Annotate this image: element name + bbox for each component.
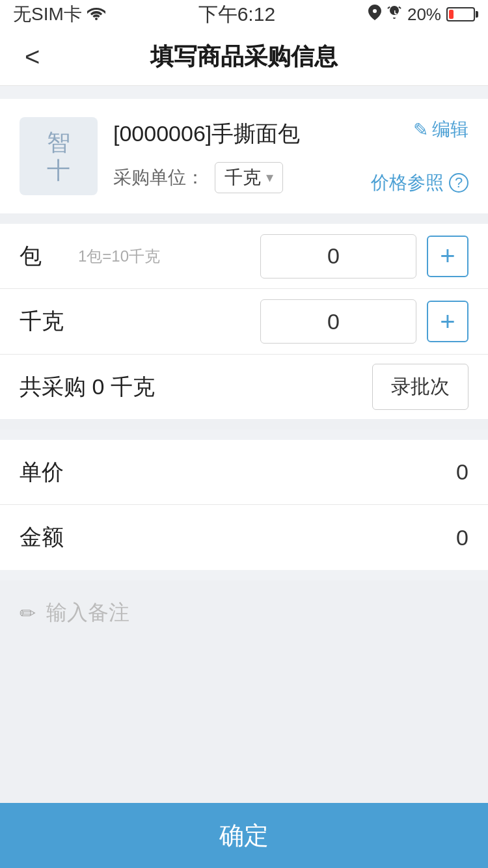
- wifi-icon: [87, 4, 105, 25]
- section-divider-1: [0, 213, 488, 224]
- location-icon: [368, 5, 381, 25]
- unit-value: 千克: [224, 165, 261, 190]
- kg-label: 千克: [20, 306, 72, 336]
- back-button[interactable]: <: [18, 36, 46, 78]
- battery-text: 20%: [407, 5, 441, 25]
- unit-price-label: 单价: [20, 457, 456, 487]
- status-bar-time: 下午6:12: [198, 1, 275, 28]
- amount-label: 金额: [20, 522, 456, 552]
- page-title: 填写商品采购信息: [150, 41, 338, 73]
- pencil-icon: ✏: [20, 602, 36, 625]
- product-image: 智 十: [20, 117, 98, 195]
- bag-input-wrapper: +: [160, 234, 468, 278]
- bag-label: 包: [20, 241, 72, 271]
- kg-input-wrapper: +: [72, 299, 468, 344]
- kg-input[interactable]: [260, 299, 416, 344]
- bag-hint: 1包=10千克: [78, 246, 160, 267]
- input-section: 包 1包=10千克 + 千克 +: [0, 224, 488, 354]
- unit-price-value: 0: [456, 459, 468, 485]
- battery-icon: [446, 7, 475, 21]
- confirm-button[interactable]: 确定: [0, 803, 488, 868]
- note-placeholder: 输入备注: [46, 599, 129, 627]
- status-bar: 无SIM卡 下午6:12 20%: [0, 0, 488, 29]
- unit-label: 采购单位：: [113, 165, 204, 190]
- batch-button[interactable]: 录批次: [372, 364, 468, 410]
- bag-input-row: 包 1包=10千克 +: [0, 224, 488, 289]
- status-bar-left: 无SIM卡: [13, 2, 105, 27]
- unit-select[interactable]: 千克 ▾: [215, 162, 283, 193]
- total-label: 共采购: [20, 374, 86, 399]
- total-section: 共采购 0 千克 录批次: [0, 354, 488, 419]
- carrier-text: 无SIM卡: [13, 2, 82, 27]
- nav-bar: < 填写商品采购信息: [0, 29, 488, 86]
- note-section[interactable]: ✏ 输入备注: [0, 580, 488, 645]
- price-info-section: 单价 0 金额 0: [0, 440, 488, 570]
- bag-input[interactable]: [260, 234, 416, 278]
- amount-value: 0: [456, 525, 468, 550]
- edit-button[interactable]: ✎ 编辑: [413, 117, 468, 142]
- bag-plus-button[interactable]: +: [427, 236, 468, 277]
- kg-input-row: 千克 +: [0, 289, 488, 354]
- edit-label: 编辑: [432, 117, 468, 142]
- edit-icon: ✎: [413, 119, 428, 141]
- unit-price-row: 单价 0: [0, 440, 488, 505]
- amount-row: 金额 0: [0, 505, 488, 570]
- total-text: 共采购 0 千克: [20, 372, 372, 402]
- chevron-down-icon: ▾: [266, 169, 273, 186]
- price-ref-label: 价格参照: [371, 170, 444, 195]
- total-unit: 千克: [111, 374, 155, 399]
- section-divider-2: [0, 419, 488, 429]
- price-ref-button[interactable]: 价格参照 ?: [371, 170, 468, 195]
- total-value: 0: [92, 374, 110, 399]
- kg-plus-button[interactable]: +: [427, 301, 468, 342]
- product-logo: 智 十: [47, 128, 70, 184]
- product-card: 智 十 [0000006]手撕面包 采购单位： 千克 ▾ ✎ 编辑 价格参照 ?: [0, 99, 488, 213]
- alarm-icon: [386, 5, 402, 25]
- status-bar-right: 20%: [368, 5, 475, 25]
- price-ref-icon: ?: [449, 173, 468, 193]
